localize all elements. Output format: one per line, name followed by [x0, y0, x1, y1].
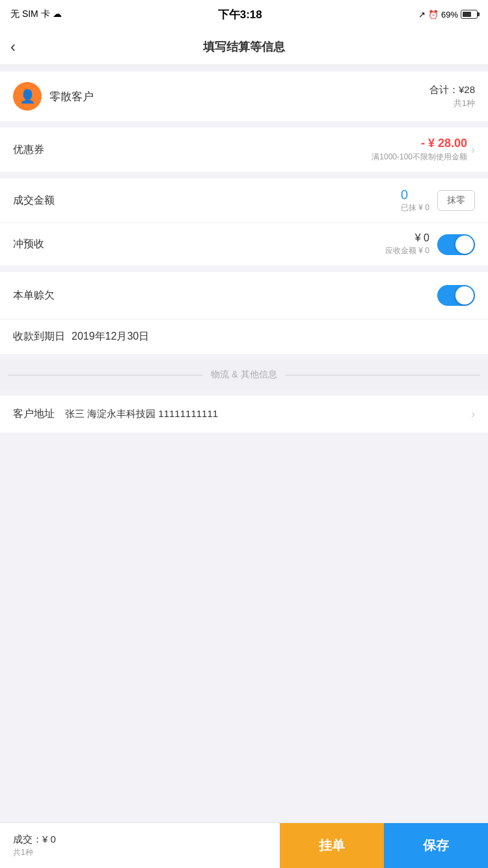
- customer-row: 👤 零散客户 合计：¥28 共1种: [0, 72, 488, 121]
- coupon-chevron-icon: ›: [471, 143, 475, 157]
- coupon-info: - ¥ 28.00 满1000-100不限制使用金额: [372, 137, 467, 163]
- debt-toggle[interactable]: [437, 285, 475, 306]
- save-button[interactable]: 保存: [384, 823, 488, 868]
- alarm-icon: ⏰: [428, 10, 439, 20]
- divider-line-left: [8, 375, 203, 375]
- battery-icon: [461, 10, 478, 19]
- status-bar: 无 SIM 卡 ☁ 下午3:18 ↗ ⏰ 69%: [0, 0, 488, 29]
- bottom-deal-amount: 成交：¥ 0: [13, 834, 267, 846]
- toggle-knob: [455, 236, 474, 254]
- customer-name: 零散客户: [49, 89, 94, 104]
- coupon-right: - ¥ 28.00 满1000-100不限制使用金额 ›: [372, 137, 475, 163]
- hang-button[interactable]: 挂单: [280, 823, 384, 868]
- due-date-label: 收款到期日: [13, 330, 65, 344]
- address-label: 客户地址: [13, 407, 55, 421]
- precharge-toggle[interactable]: [437, 234, 475, 255]
- customer-card: 👤 零散客户 合计：¥28 共1种: [0, 72, 488, 121]
- precharge-amount-info: ¥ 0 应收金额 ¥ 0: [385, 232, 429, 256]
- bottom-deal-label: 成交：: [13, 834, 42, 845]
- address-chevron-icon: ›: [471, 407, 475, 421]
- divider-line-right: [285, 375, 480, 375]
- deal-amount-row: 成交金额 0 已抹 ¥ 0 抹零: [0, 178, 488, 223]
- customer-avatar: 👤: [13, 82, 42, 111]
- content-area: 👤 零散客户 合计：¥28 共1种 优惠券 - ¥ 28.00 满1000-10…: [0, 72, 488, 491]
- precharge-label: 冲预收: [13, 237, 44, 251]
- avatar-icon: 👤: [20, 88, 36, 104]
- precharge-right: ¥ 0 应收金额 ¥ 0: [385, 232, 475, 256]
- deal-amount-sub: 已抹 ¥ 0: [401, 202, 429, 213]
- back-button[interactable]: ‹: [10, 38, 16, 56]
- sim-status: 无 SIM 卡 ☁: [10, 8, 62, 20]
- deal-amount-value: 0: [401, 187, 429, 202]
- customer-right: 合计：¥28 共1种: [429, 84, 475, 109]
- coupon-label: 优惠券: [13, 143, 44, 157]
- status-right: ↗ ⏰ 69%: [418, 10, 478, 20]
- customer-total: 合计：¥28: [429, 84, 475, 96]
- precharge-main-amount: ¥ 0: [385, 232, 429, 244]
- debt-label: 本单赊欠: [13, 289, 55, 303]
- precharge-row: 冲预收 ¥ 0 应收金额 ¥ 0: [0, 223, 488, 265]
- address-row[interactable]: 客户地址 张三 海淀永丰科技园 11111111111 ›: [0, 396, 488, 433]
- due-date-value: 2019年12月30日: [72, 330, 149, 344]
- coupon-desc: 满1000-100不限制使用金额: [372, 152, 467, 163]
- nav-bar: ‹ 填写结算等信息: [0, 29, 488, 65]
- status-left: 无 SIM 卡 ☁: [10, 8, 62, 20]
- coupon-card: 优惠券 - ¥ 28.00 满1000-100不限制使用金额 ›: [0, 128, 488, 172]
- location-icon: ↗: [418, 10, 426, 20]
- precharge-sub-label: 应收金额 ¥ 0: [385, 245, 429, 256]
- deal-amount-info: 0 已抹 ¥ 0: [401, 187, 429, 213]
- page-title: 填写结算等信息: [203, 39, 285, 55]
- due-date-row: 收款到期日 2019年12月30日: [0, 319, 488, 354]
- divider-section: 物流 & 其他信息: [0, 360, 488, 389]
- debt-toggle-knob: [455, 286, 474, 305]
- customer-count: 共1种: [429, 98, 475, 109]
- deal-amount-label: 成交金额: [13, 194, 55, 208]
- deal-amount-right: 0 已抹 ¥ 0 抹零: [401, 187, 475, 213]
- address-value: 张三 海淀永丰科技园 11111111111: [65, 408, 471, 420]
- coupon-row[interactable]: 优惠券 - ¥ 28.00 满1000-100不限制使用金额 ›: [0, 128, 488, 172]
- battery-percent: 69%: [441, 10, 458, 20]
- bottom-count: 共1种: [13, 847, 267, 858]
- debt-row: 本单赊欠: [0, 272, 488, 319]
- bottom-deal-value: ¥ 0: [42, 834, 56, 845]
- divider-text: 物流 & 其他信息: [211, 369, 277, 381]
- coupon-amount: - ¥ 28.00: [372, 137, 467, 150]
- customer-left: 👤 零散客户: [13, 82, 94, 111]
- bottom-bar: 成交：¥ 0 共1种 挂单 保存: [0, 822, 488, 868]
- round-zero-button[interactable]: 抹零: [437, 190, 475, 211]
- address-card: 客户地址 张三 海淀永丰科技园 11111111111 ›: [0, 396, 488, 433]
- debt-card: 本单赊欠 收款到期日 2019年12月30日: [0, 272, 488, 354]
- bottom-info: 成交：¥ 0 共1种: [0, 823, 280, 868]
- deal-section-card: 成交金额 0 已抹 ¥ 0 抹零 冲预收 ¥ 0 应收金额 ¥ 0: [0, 178, 488, 265]
- status-time: 下午3:18: [218, 7, 262, 22]
